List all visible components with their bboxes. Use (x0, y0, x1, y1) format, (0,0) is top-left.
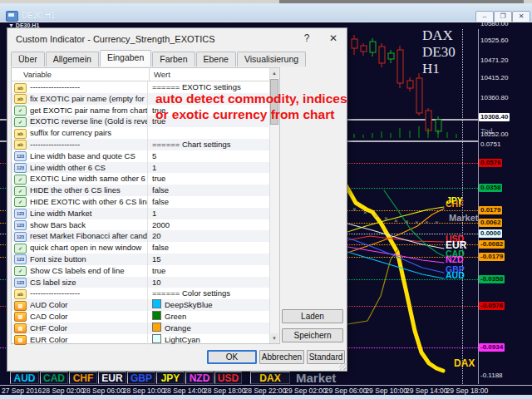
param-row[interactable]: ▨EUR ColorLightCyan (12, 334, 279, 346)
param-row[interactable]: ab-------------------====== Chart settin… (12, 139, 279, 150)
tab-über[interactable]: Über (11, 52, 45, 66)
param-row[interactable]: ✓Show CS labels end of linetrue (12, 265, 279, 277)
param-name: HIDE the other 6 CS lines (30, 185, 147, 196)
num-type-icon: 123 (14, 254, 27, 264)
param-row[interactable]: ✓EXOTIC Line width same other 6 CStrue (12, 173, 279, 185)
reset-button[interactable]: Standard (307, 350, 345, 364)
param-row[interactable]: ▨CAD ColorGreen (12, 311, 279, 323)
param-row[interactable]: ✓HIDE the other 6 CS linesfalse (12, 185, 279, 196)
param-row[interactable]: 123Font size button15 (12, 254, 279, 265)
param-value[interactable] (147, 127, 279, 139)
param-row[interactable]: 123show Bars back2000 (12, 219, 279, 231)
price-label: 0.0062 (479, 219, 502, 227)
tab-eingaben[interactable]: Eingaben (100, 50, 151, 66)
param-name: reset Market Fibonacci after candles (30, 230, 147, 242)
currency-button-dax[interactable]: DAX (250, 372, 290, 384)
cancel-button[interactable]: Abbrechen (259, 350, 304, 364)
param-value[interactable]: true (147, 265, 279, 277)
param-value[interactable]: ====== Chart settings (147, 139, 279, 150)
price-label: 10471.20 (480, 57, 508, 65)
param-value[interactable]: false (147, 242, 279, 254)
currency-button-aud[interactable]: AUD (10, 372, 39, 384)
color-swatch (152, 334, 161, 343)
param-row[interactable]: 123Line width other 6 CS1 (12, 162, 279, 174)
load-button[interactable]: Laden (282, 309, 343, 323)
watermark-name: DE30 (422, 44, 456, 61)
currency-button-eur[interactable]: EUR (98, 372, 126, 384)
num-type-icon: 123 (14, 209, 27, 219)
param-row[interactable]: 123Line width base and quote CS5 (12, 150, 279, 162)
param-row[interactable]: ▨AUD ColorDeepSkyBlue (12, 299, 279, 311)
ok-button[interactable]: OK (207, 350, 257, 364)
currency-button-usd[interactable]: USD (214, 372, 242, 384)
table-header: Variable Wert (12, 68, 279, 81)
param-row[interactable]: ✓quick chart open in new windowfalse (12, 242, 279, 254)
param-row[interactable]: ▨CHF ColorOrange (12, 323, 279, 334)
bool-type-icon: ✓ (14, 175, 27, 185)
window-bottom-strip (0, 395, 532, 399)
scroll-up-icon[interactable]: ▲ (270, 68, 278, 78)
currency-button-nzd[interactable]: NZD (185, 372, 214, 384)
param-row[interactable]: 123Line width Market1 (12, 208, 279, 219)
param-value[interactable]: 10 (147, 277, 279, 288)
param-value[interactable]: true (147, 173, 279, 185)
param-row[interactable]: 123reset Market Fibonacci after candles2… (12, 230, 279, 242)
param-value[interactable]: Orange (147, 323, 279, 334)
price-label: 0.0358 (479, 184, 502, 192)
currency-button-cad[interactable]: CAD (40, 372, 68, 384)
param-name: ------------------- (30, 288, 147, 299)
tab-farben[interactable]: Farben (152, 52, 195, 66)
param-name: CHF Color (30, 323, 147, 334)
currency-button-chf[interactable]: CHF (69, 372, 97, 384)
param-value[interactable]: 1 (147, 208, 279, 219)
help-icon[interactable]: ? (300, 32, 313, 44)
param-value[interactable]: 1 (147, 162, 279, 174)
param-value[interactable]: DeepSkyBlue (147, 299, 279, 311)
color-swatch (152, 323, 161, 332)
price-label: 10360.80 (480, 94, 508, 102)
bool-type-icon: ✓ (14, 244, 27, 254)
param-name: Line width Market (30, 208, 147, 219)
time-label: 29 Sep 14:00 (406, 387, 448, 395)
annotation-text: auto detect commodity, indices or exotic… (155, 91, 347, 122)
param-value[interactable]: ====== Color settings (147, 288, 279, 299)
param-value[interactable]: 5 (147, 150, 279, 162)
resize-grip[interactable] (339, 363, 346, 370)
time-label: 29 Sep 02:00 (284, 387, 327, 395)
param-name: AUD Color (30, 299, 147, 311)
tab-allgemein[interactable]: Allgemein (46, 52, 99, 66)
str-type-icon: ab (14, 129, 27, 139)
tab-ebene[interactable]: Ebene (196, 52, 236, 66)
time-label: 27 Sep 2016 (2, 387, 42, 395)
param-value[interactable]: false (147, 185, 279, 196)
param-name: Line width other 6 CS (30, 162, 147, 174)
param-name: show Bars back (30, 219, 147, 231)
price-label: 10525.60 (480, 37, 508, 45)
currency-button-jpy[interactable]: JPY (156, 372, 185, 384)
param-value[interactable]: 15 (147, 254, 279, 265)
param-value[interactable]: 2000 (147, 219, 279, 231)
scroll-down-icon[interactable]: ▼ (270, 333, 278, 343)
num-type-icon: 123 (14, 163, 27, 173)
save-button[interactable]: Speichern (282, 328, 343, 342)
param-value[interactable]: false (147, 196, 279, 208)
color-type-icon: ▨ (14, 301, 27, 311)
close-icon[interactable]: ✕ (327, 32, 340, 44)
market-button-label[interactable]: Market (296, 371, 336, 385)
price-label: 0.0751 (480, 140, 500, 149)
dialog-tabs: ÜberAllgemeinEingabenFarbenEbeneVisualis… (11, 50, 307, 66)
param-name: HIDE EXOTIC with other 6 CS lines (30, 196, 147, 208)
price-label: 0.0000 (479, 229, 502, 238)
currency-button-gbp[interactable]: GBP (127, 372, 155, 384)
param-row[interactable]: 123CS label size10 (12, 277, 279, 288)
tab-visualisierung[interactable]: Visualisierung (237, 52, 306, 66)
param-row[interactable]: absuffix for currency pairs (12, 127, 279, 139)
param-row[interactable]: ✓HIDE EXOTIC with other 6 CS linesfalse (12, 196, 279, 208)
param-value[interactable]: Green (147, 311, 279, 323)
param-row[interactable]: ab-------------------====== Color settin… (12, 288, 279, 299)
str-type-icon: ab (14, 289, 27, 299)
param-value[interactable]: LightCyan (147, 334, 279, 346)
color-type-icon: ▨ (14, 312, 27, 322)
param-value[interactable]: 20 (147, 230, 279, 242)
param-name: suffix for currency pairs (30, 127, 147, 139)
